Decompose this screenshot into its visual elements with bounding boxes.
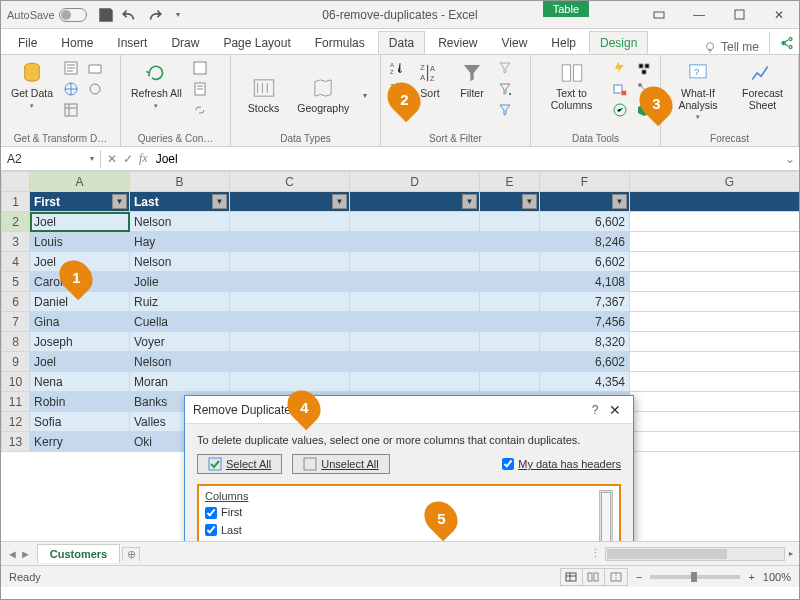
zoom-in-icon[interactable]: + (748, 571, 754, 583)
tab-file[interactable]: File (7, 31, 48, 54)
filter-dropdown-icon[interactable]: ▼ (332, 194, 347, 209)
share-icon[interactable] (769, 32, 799, 54)
cell[interactable]: 6,602 (540, 252, 630, 272)
col-header-F[interactable]: F (540, 172, 630, 192)
cell[interactable] (230, 352, 350, 372)
sheet-nav-next-icon[interactable]: ► (20, 548, 31, 560)
cell[interactable] (230, 372, 350, 392)
cell[interactable]: 6,602 (540, 352, 630, 372)
sheet-tab-customers[interactable]: Customers (37, 544, 120, 563)
zoom-slider[interactable] (650, 575, 740, 579)
row-header-1[interactable]: 1 (2, 192, 30, 212)
tab-home[interactable]: Home (50, 31, 104, 54)
sheet-nav-prev-icon[interactable]: ◄ (7, 548, 18, 560)
filter-button[interactable]: Filter (453, 58, 491, 102)
cell[interactable] (480, 332, 540, 352)
undo-icon[interactable] (121, 6, 139, 24)
tell-me[interactable]: Tell me (695, 40, 767, 54)
new-sheet-icon[interactable]: ⊕ (122, 547, 140, 561)
cell[interactable] (230, 332, 350, 352)
cell[interactable] (350, 272, 480, 292)
column-checkbox-company[interactable]: Company (205, 539, 593, 541)
cell[interactable]: Robin (30, 392, 130, 412)
maximize-icon[interactable] (719, 1, 759, 29)
cell[interactable] (350, 332, 480, 352)
row-header-3[interactable]: 3 (2, 232, 30, 252)
cell[interactable]: Gina (30, 312, 130, 332)
cell[interactable] (350, 312, 480, 332)
page-layout-view-icon[interactable] (583, 569, 605, 585)
cell[interactable]: Joel (30, 352, 130, 372)
filter-dropdown-icon[interactable]: ▼ (462, 194, 477, 209)
cell[interactable] (350, 232, 480, 252)
cell[interactable]: 7,367 (540, 292, 630, 312)
consolidate-icon[interactable] (634, 58, 654, 78)
col-header-D[interactable]: D (350, 172, 480, 192)
cell[interactable]: Moran (130, 372, 230, 392)
cell[interactable]: 6,602 (540, 212, 630, 232)
col-header-G[interactable]: G (630, 172, 800, 192)
cell[interactable] (230, 232, 350, 252)
tab-formulas[interactable]: Formulas (304, 31, 376, 54)
table-header-cell[interactable]: ▼ (540, 192, 630, 212)
clear-filter-icon[interactable] (495, 58, 515, 78)
row-header-8[interactable]: 8 (2, 332, 30, 352)
cell[interactable] (630, 232, 800, 252)
table-header-cell[interactable] (630, 192, 800, 212)
cell[interactable] (630, 292, 800, 312)
advanced-filter-icon[interactable] (495, 100, 515, 120)
reapply-icon[interactable] (495, 79, 515, 99)
cell[interactable]: Jolie (130, 272, 230, 292)
refresh-all-button[interactable]: Refresh All▾ (127, 58, 186, 112)
page-break-view-icon[interactable] (605, 569, 627, 585)
from-table-icon[interactable] (61, 100, 81, 120)
data-types-more-icon[interactable]: ▾ (363, 91, 367, 100)
tab-table-design[interactable]: Design (589, 31, 648, 54)
col-header-C[interactable]: C (230, 172, 350, 192)
cell[interactable]: 8,246 (540, 232, 630, 252)
properties-icon[interactable] (190, 79, 210, 99)
what-if-button[interactable]: ? What-If Analysis▾ (667, 58, 729, 123)
cell[interactable] (350, 352, 480, 372)
column-checkbox-last[interactable]: Last (205, 522, 593, 540)
horizontal-scrollbar[interactable] (605, 547, 785, 561)
tab-view[interactable]: View (491, 31, 539, 54)
autosave[interactable]: AutoSave (7, 8, 87, 22)
cell[interactable] (350, 212, 480, 232)
ribbon-display-options-icon[interactable] (639, 1, 679, 29)
cell[interactable]: Nena (30, 372, 130, 392)
tab-data[interactable]: Data (378, 31, 425, 54)
row-header-9[interactable]: 9 (2, 352, 30, 372)
save-icon[interactable] (97, 6, 115, 24)
name-box[interactable]: A2▾ (1, 150, 101, 168)
cell[interactable] (630, 352, 800, 372)
cell[interactable] (230, 292, 350, 312)
cell[interactable]: Ruiz (130, 292, 230, 312)
cell[interactable] (350, 372, 480, 392)
table-header-cell[interactable]: ▼ (230, 192, 350, 212)
tab-draw[interactable]: Draw (160, 31, 210, 54)
qat-customize-icon[interactable]: ▾ (169, 6, 187, 24)
cell[interactable] (630, 312, 800, 332)
cell[interactable]: 4,108 (540, 272, 630, 292)
tab-insert[interactable]: Insert (106, 31, 158, 54)
dialog-help-icon[interactable]: ? (585, 403, 605, 417)
filter-dropdown-icon[interactable]: ▼ (212, 194, 227, 209)
cell[interactable] (480, 292, 540, 312)
cell[interactable]: Joel (30, 212, 130, 232)
cell[interactable]: 8,320 (540, 332, 630, 352)
enter-formula-icon[interactable]: ✓ (123, 152, 133, 166)
zoom-out-icon[interactable]: − (636, 571, 642, 583)
columns-scrollbar[interactable] (599, 490, 613, 541)
filter-dropdown-icon[interactable]: ▼ (112, 194, 127, 209)
edit-links-icon[interactable] (190, 100, 210, 120)
row-header-4[interactable]: 4 (2, 252, 30, 272)
stocks-button[interactable]: Stocks (244, 73, 284, 117)
get-data-button[interactable]: Get Data▾ (7, 58, 57, 112)
cell[interactable] (230, 212, 350, 232)
cell[interactable] (480, 272, 540, 292)
cell[interactable] (480, 212, 540, 232)
cell[interactable] (230, 252, 350, 272)
formula-input[interactable] (152, 150, 781, 168)
text-to-columns-button[interactable]: Text to Columns (537, 58, 606, 113)
